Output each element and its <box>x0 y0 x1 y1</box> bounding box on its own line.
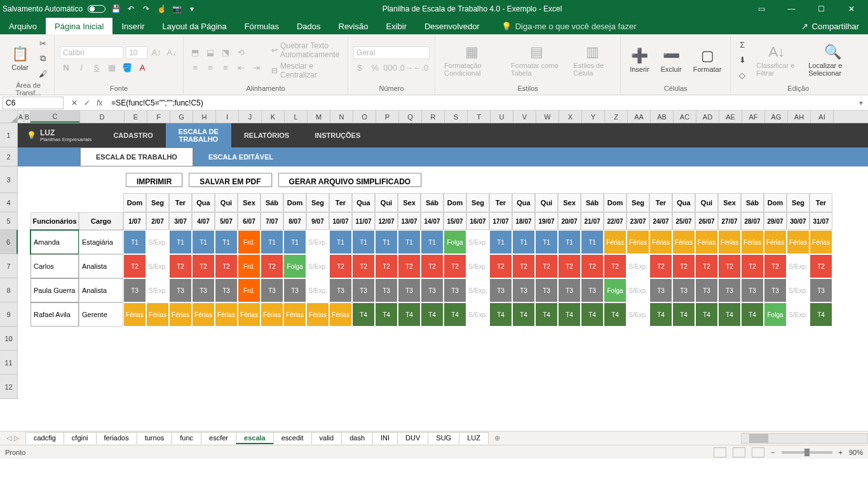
col-header-AI[interactable]: AI <box>811 111 834 123</box>
schedule-cell[interactable]: T4 <box>604 302 627 327</box>
name-box[interactable] <box>3 97 64 109</box>
increase-font-icon[interactable]: A↑ <box>150 46 163 59</box>
schedule-cell[interactable]: T2 <box>169 254 192 278</box>
schedule-cell[interactable]: T3 <box>398 278 421 302</box>
schedule-cell[interactable]: T4 <box>558 302 581 327</box>
zoom-out-icon[interactable]: − <box>771 449 775 456</box>
sheet-tab-valid[interactable]: valid <box>311 432 342 444</box>
schedule-cell[interactable]: Férias <box>192 302 215 327</box>
sheet-tab-LUZ[interactable]: LUZ <box>459 432 489 444</box>
schedule-cell[interactable]: T4 <box>649 302 672 327</box>
col-header-AD[interactable]: AD <box>696 111 719 123</box>
autosum-icon[interactable]: Σ <box>736 39 749 51</box>
cargo-cell[interactable]: Estagiária <box>79 230 123 254</box>
schedule-cell[interactable]: Folga <box>604 278 627 302</box>
schedule-cell[interactable]: T3 <box>375 278 398 302</box>
page-layout-view-icon[interactable] <box>733 447 745 458</box>
delete-cells-button[interactable]: ➖Excluir <box>657 46 686 74</box>
schedule-cell[interactable]: T4 <box>352 302 375 327</box>
col-header-V[interactable]: V <box>513 111 536 123</box>
tab-file[interactable]: Arquivo <box>0 18 46 34</box>
fill-icon[interactable]: ⬇ <box>736 54 749 67</box>
sheet-tab-escala[interactable]: escala <box>236 432 274 444</box>
schedule-cell[interactable]: Férias <box>215 302 238 327</box>
schedule-cell[interactable]: Folga <box>764 302 787 327</box>
schedule-cell[interactable]: Frd. <box>238 278 261 302</box>
col-header-AH[interactable]: AH <box>788 111 811 123</box>
row-header-3[interactable]: 3 <box>0 166 18 193</box>
align-middle-icon[interactable]: ⬓ <box>204 46 217 59</box>
sheet-tab-escedit[interactable]: escedit <box>273 432 312 444</box>
schedule-cell[interactable]: T3 <box>169 278 192 302</box>
qat-more-icon[interactable]: ▾ <box>187 4 197 14</box>
sheet-tab-DUV[interactable]: DUV <box>397 432 428 444</box>
font-color-icon[interactable]: A <box>136 62 149 74</box>
align-top-icon[interactable]: ⬒ <box>189 46 201 59</box>
schedule-cell[interactable]: Férias <box>604 230 627 254</box>
new-sheet-icon[interactable]: ⊕ <box>488 434 506 442</box>
save-icon[interactable]: 💾 <box>111 4 121 14</box>
schedule-cell[interactable]: Férias <box>146 302 169 327</box>
maximize-icon[interactable]: ☐ <box>807 0 836 18</box>
schedule-cell[interactable]: T4 <box>581 302 604 327</box>
schedule-cell[interactable]: T3 <box>695 278 718 302</box>
col-header-AF[interactable]: AF <box>742 111 765 123</box>
sheet-tab-escfer[interactable]: escfer <box>201 432 236 444</box>
schedule-cell[interactable]: T3 <box>489 278 512 302</box>
col-header-H[interactable]: H <box>193 111 216 123</box>
close-icon[interactable]: ✕ <box>837 0 865 18</box>
sheet-tab-dash[interactable]: dash <box>341 432 373 444</box>
col-header-P[interactable]: P <box>376 111 399 123</box>
schedule-cell[interactable]: Férias <box>306 302 329 327</box>
schedule-cell[interactable]: Férias <box>718 230 741 254</box>
schedule-cell[interactable]: S/Exp. <box>787 278 810 302</box>
schedule-cell[interactable]: T1 <box>283 230 306 254</box>
undo-icon[interactable]: ↶ <box>126 4 136 14</box>
schedule-cell[interactable]: T2 <box>329 254 352 278</box>
cut-icon[interactable]: ✂ <box>36 37 49 50</box>
col-header-C[interactable]: C <box>31 111 80 123</box>
schedule-cell[interactable]: T1 <box>558 230 581 254</box>
schedule-cell[interactable]: T2 <box>352 254 375 278</box>
col-header-AA[interactable]: AA <box>628 111 651 123</box>
sheet-tab-INI[interactable]: INI <box>372 432 398 444</box>
schedule-cell[interactable]: T4 <box>741 302 764 327</box>
comma-icon[interactable]: 000 <box>384 62 397 74</box>
schedule-cell[interactable]: T4 <box>398 302 421 327</box>
expand-formula-icon[interactable]: ▾ <box>854 98 868 107</box>
print-button[interactable]: IMPRIMIR <box>126 173 182 187</box>
col-header-S[interactable]: S <box>445 111 468 123</box>
horizontal-scrollbar[interactable] <box>741 433 868 444</box>
fx-icon[interactable]: fx <box>97 98 102 107</box>
col-header-B[interactable]: B <box>24 111 31 123</box>
schedule-cell[interactable]: S/Exp. <box>466 278 489 302</box>
schedule-cell[interactable]: S/Exp. <box>306 278 329 302</box>
ribbon-options-icon[interactable]: ▭ <box>747 0 776 18</box>
schedule-cell[interactable]: Férias <box>741 230 764 254</box>
tell-me[interactable]: 💡 Diga-me o que você deseja fazer <box>501 18 637 34</box>
format-painter-icon[interactable]: 🖌 <box>36 67 49 80</box>
currency-icon[interactable]: $ <box>353 62 366 74</box>
schedule-cell[interactable]: T1 <box>261 230 283 254</box>
schedule-cell[interactable]: Férias <box>123 302 146 327</box>
sheet-tab-func[interactable]: func <box>172 432 201 444</box>
schedule-cell[interactable]: T2 <box>718 254 741 278</box>
schedule-cell[interactable]: T3 <box>649 278 672 302</box>
find-select-button[interactable]: 🔍Localizar e Selecionar <box>804 43 860 78</box>
col-header-D[interactable]: D <box>80 111 125 123</box>
schedule-cell[interactable]: S/Exp. <box>146 230 169 254</box>
wrap-text-label[interactable]: Quebrar Texto Automaticamente <box>280 41 342 59</box>
schedule-cell[interactable]: T2 <box>581 254 604 278</box>
schedule-cell[interactable]: Férias <box>672 230 695 254</box>
schedule-cell[interactable]: T3 <box>535 278 558 302</box>
col-header-F[interactable]: F <box>147 111 170 123</box>
zoom-level[interactable]: 90% <box>849 449 863 456</box>
col-header-R[interactable]: R <box>422 111 445 123</box>
col-header-O[interactable]: O <box>353 111 376 123</box>
schedule-cell[interactable]: T4 <box>489 302 512 327</box>
schedule-cell[interactable]: T3 <box>764 278 787 302</box>
align-left-icon[interactable]: ≡ <box>189 62 201 74</box>
col-header-U[interactable]: U <box>491 111 513 123</box>
schedule-cell[interactable]: T2 <box>558 254 581 278</box>
camera-icon[interactable]: 📷 <box>172 4 182 14</box>
